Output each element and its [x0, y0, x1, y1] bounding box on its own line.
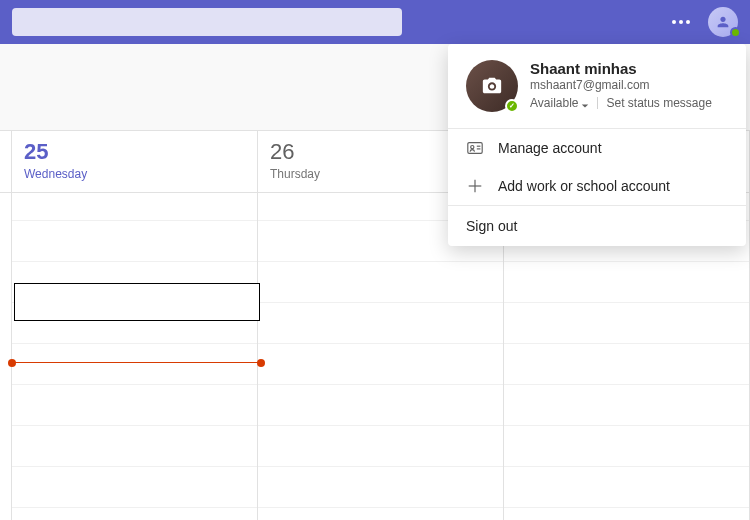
- profile-info: Shaant minhas mshaant7@gmail.com Availab…: [530, 60, 728, 110]
- menu-label: Sign out: [466, 218, 517, 234]
- sign-out-item[interactable]: Sign out: [448, 206, 746, 246]
- search-input[interactable]: [12, 8, 402, 36]
- profile-avatar[interactable]: [466, 60, 518, 112]
- profile-popup: Shaant minhas mshaant7@gmail.com Availab…: [448, 44, 746, 246]
- svg-point-1: [471, 145, 474, 148]
- manage-account-item[interactable]: Manage account: [448, 129, 746, 167]
- status-row: Available Set status message: [530, 96, 728, 110]
- presence-available-icon: [505, 99, 519, 113]
- topbar-right: [666, 7, 738, 37]
- svg-rect-0: [468, 143, 482, 154]
- chevron-down-icon: [581, 99, 589, 107]
- grid-column[interactable]: [12, 193, 258, 520]
- status-dropdown[interactable]: Available: [530, 96, 589, 110]
- day-header[interactable]: 25 Wednesday: [11, 131, 258, 192]
- profile-avatar-button[interactable]: [708, 7, 738, 37]
- day-label: Wednesday: [24, 167, 245, 181]
- profile-email: mshaant7@gmail.com: [530, 78, 728, 92]
- id-card-icon: [466, 139, 484, 157]
- add-account-item[interactable]: Add work or school account: [448, 167, 746, 205]
- set-status-link[interactable]: Set status message: [606, 96, 711, 110]
- current-time-indicator: [12, 362, 261, 363]
- profile-name: Shaant minhas: [530, 60, 728, 77]
- topbar: [0, 0, 750, 44]
- plus-icon: [466, 177, 484, 195]
- more-options-button[interactable]: [666, 14, 696, 30]
- menu-label: Add work or school account: [498, 178, 670, 194]
- presence-available-icon: [730, 27, 741, 38]
- time-selection[interactable]: [14, 283, 260, 321]
- menu-label: Manage account: [498, 140, 602, 156]
- day-number: 25: [24, 139, 245, 165]
- separator: [597, 97, 598, 109]
- profile-header: Shaant minhas mshaant7@gmail.com Availab…: [448, 44, 746, 128]
- status-label: Available: [530, 96, 578, 110]
